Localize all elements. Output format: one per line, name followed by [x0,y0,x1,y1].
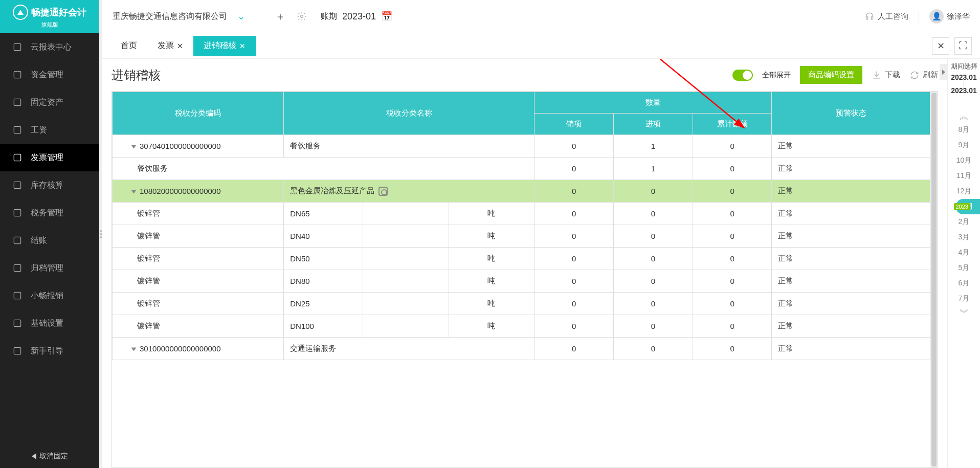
tab-close-all[interactable]: ✕ [932,37,949,55]
vertical-scrollbar[interactable] [930,92,938,467]
tab-1[interactable]: 发票✕ [147,36,193,56]
tab-0[interactable]: 首页 [110,36,147,56]
table-row[interactable]: 1080200000000000000 黑色金属冶炼及压延产品 000 正常 [113,180,930,203]
period-rail: 期间选择 2023.01 2023.01 ︽ 8月9月10月11月12月2023… [947,59,980,468]
download-button[interactable]: 下载 [872,70,900,80]
rail-month-5月[interactable]: 5月 [948,260,980,276]
chevron-down-icon: ⌄ [237,11,245,22]
svg-rect-5 [14,182,20,188]
rail-year-tag: 2023 [954,203,970,210]
brand-header: 畅捷通好会计 旗舰版 [0,0,99,33]
expand-icon[interactable] [131,348,137,351]
expand-all-toggle[interactable] [732,70,753,81]
table-row[interactable]: 镀锌管 DN25 吨 000 正常 [113,293,930,315]
rail-month-7月[interactable]: 7月 [948,291,980,306]
brand-edition: 旗舰版 [41,21,58,29]
svg-rect-6 [14,209,20,216]
brand-logo-icon [13,5,28,20]
table-row[interactable]: 3070401000000000000 餐饮服务 010 正常 [113,135,930,158]
rail-month-12月[interactable]: 12月 [948,184,980,199]
accounting-period[interactable]: 账期 2023-01 📅 [321,11,392,22]
table-row[interactable]: 3010000000000000000 交通运输服务 000 正常 [113,338,930,360]
svg-rect-1 [14,71,20,78]
sidebar-item-10[interactable]: 基础设置 [0,309,99,337]
refresh-icon [909,70,920,80]
sidebar-item-8[interactable]: 归档管理 [0,254,99,282]
th-out[interactable]: 销项 [534,114,614,135]
product-code-settings-button[interactable]: 商品编码设置 [800,66,862,84]
rail-month-3月[interactable]: 3月 [948,230,980,245]
table-row[interactable]: 餐饮服务 010 正常 [113,158,930,180]
sidebar-item-0[interactable]: 云报表中心 [0,33,99,61]
sidebar-item-2[interactable]: 固定资产 [0,88,99,116]
svg-rect-9 [14,292,20,299]
tab-2[interactable]: 进销稽核✕ [193,36,256,56]
divider [919,10,919,23]
refresh-button[interactable]: 刷新 [909,70,938,80]
person-card-icon [12,125,23,135]
svg-rect-4 [14,154,20,161]
sidebar-unpin[interactable]: 取消固定 [0,444,99,468]
th-qty[interactable]: 数量 [534,92,772,114]
rail-month-10月[interactable]: 10月 [948,153,980,168]
rail-month-8月[interactable]: 8月 [948,122,980,138]
sidebar-item-4[interactable]: 发票管理 [0,144,99,171]
rail-month-1月[interactable]: 20231月 [956,199,981,214]
tab-close-icon[interactable]: ✕ [177,42,183,50]
rail-month-4月[interactable]: 4月 [948,245,980,260]
user-menu[interactable]: 👤 徐泽华 [929,9,970,24]
rail-prev[interactable]: ︽ [960,110,969,122]
sidebar-item-11[interactable]: 新手引导 [0,337,99,365]
invoice-icon [12,152,23,163]
th-in[interactable]: 进项 [614,114,693,135]
warehouse-icon [12,180,23,190]
sidebar: 畅捷通好会计 旗舰版 云报表中心资金管理固定资产工资发票管理库存核算税务管理结账… [0,0,99,468]
tabbar: 首页发票✕进销稽核✕ ✕ ⛶ [102,33,980,59]
th-name[interactable]: 税收分类名称 [284,92,534,135]
rail-collapse-button[interactable] [940,64,948,80]
rail-year-to[interactable]: 2023.01 [951,86,977,95]
money-icon [12,70,23,80]
sidebar-item-1[interactable]: 资金管理 [0,61,99,88]
gear-icon [12,318,23,328]
th-code[interactable]: 税收分类编码 [113,92,284,135]
checkbook-icon [12,235,23,246]
headset-icon [864,11,875,21]
table-row[interactable]: 镀锌管 DN65 吨 000 正常 [113,203,930,225]
rail-month-2月[interactable]: 2月 [948,214,980,230]
rail-month-11月[interactable]: 11月 [948,168,980,184]
company-selector[interactable]: 重庆畅捷交通信息咨询有限公司 ⌄ [113,11,245,22]
support-link[interactable]: 人工咨询 [864,11,908,21]
tab-close-icon[interactable]: ✕ [239,42,246,50]
cloud-chart-icon [12,42,23,52]
svg-point-12 [301,15,303,18]
table-row[interactable]: 镀锌管 DN80 吨 000 正常 [113,270,930,293]
table-row[interactable]: 镀锌管 DN100 吨 000 正常 [113,315,930,338]
th-cum[interactable]: 累计数额 [693,114,772,135]
data-table: 税收分类编码 税收分类名称 数量 预警状态 销项 进项 累计数额 [112,91,938,468]
add-button[interactable]: ＋ [273,9,288,24]
avatar-icon: 👤 [929,9,944,24]
page-title: 进销稽核 [112,67,161,83]
zoom-icon[interactable] [378,187,388,196]
th-warn[interactable]: 预警状态 [772,92,930,135]
rail-year-from[interactable]: 2023.01 [951,73,977,81]
rail-title: 期间选择 [951,62,977,71]
expand-icon[interactable] [131,145,137,149]
sidebar-item-7[interactable]: 结账 [0,227,99,254]
table-row[interactable]: 镀锌管 DN40 吨 000 正常 [113,225,930,248]
settings-button[interactable] [294,9,309,24]
expand-icon[interactable] [131,190,137,194]
svg-rect-0 [14,43,20,50]
sidebar-item-6[interactable]: 税务管理 [0,199,99,227]
topbar: 重庆畅捷交通信息咨询有限公司 ⌄ ＋ 账期 2023-01 📅 人工咨询 👤 徐… [102,0,980,33]
tab-fullscreen[interactable]: ⛶ [954,37,972,55]
sidebar-item-3[interactable]: 工资 [0,116,99,144]
rail-month-9月[interactable]: 9月 [948,138,980,153]
rail-month-6月[interactable]: 6月 [948,276,980,291]
table-row[interactable]: 镀锌管 DN50 吨 000 正常 [113,248,930,270]
sidebar-item-5[interactable]: 库存核算 [0,171,99,199]
sidebar-item-9[interactable]: 小畅报销 [0,282,99,309]
brand-name: 畅捷通好会计 [31,6,86,18]
rail-next[interactable]: ︾ [960,306,969,319]
